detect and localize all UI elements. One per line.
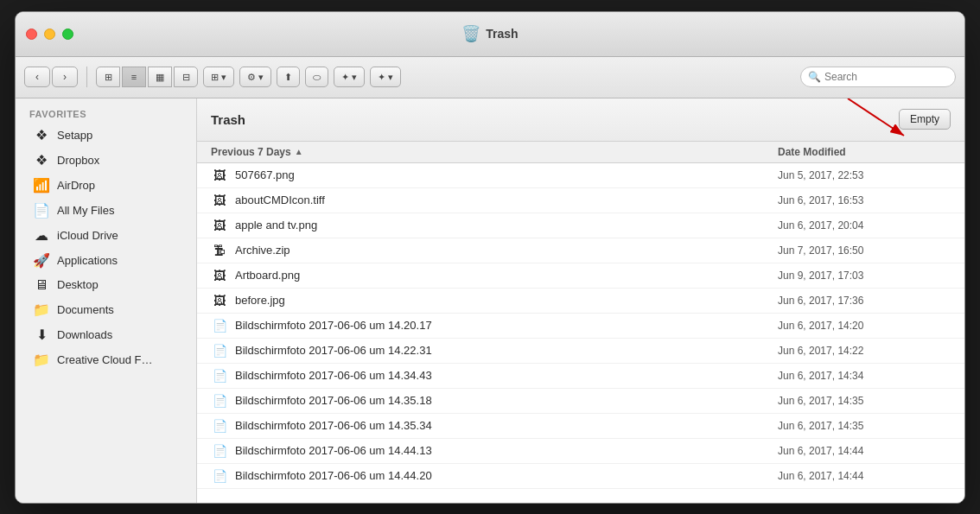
- action-arrow: ▾: [258, 72, 264, 83]
- forward-icon: ›: [63, 71, 67, 83]
- content-area: Favorites ❖ Setapp ❖ Dropbox 📶 AirDrop 📄…: [16, 98, 964, 503]
- table-row[interactable]: 🖼 Artboard.png Jun 9, 2017, 17:03: [197, 263, 964, 289]
- sidebar-item-label: AirDrop: [57, 179, 95, 192]
- file-name: Bildschirmfoto 2017-06-06 um 14.44.20: [235, 469, 778, 482]
- file-icon: 🖼: [211, 167, 228, 184]
- close-button[interactable]: [26, 29, 37, 40]
- sidebar: Favorites ❖ Setapp ❖ Dropbox 📶 AirDrop 📄…: [16, 98, 197, 503]
- file-icon: 📄: [211, 467, 228, 485]
- file-name: Bildschirmfoto 2017-06-06 um 14.35.34: [235, 419, 778, 432]
- table-row[interactable]: 📄 Bildschirmfoto 2017-06-06 um 14.20.17 …: [197, 314, 964, 339]
- file-icon: 📄: [211, 442, 228, 460]
- back-button[interactable]: ‹: [24, 67, 50, 87]
- sidebar-section-label: Favorites: [16, 109, 196, 123]
- window-title: Trash: [486, 27, 518, 41]
- sidebar-item-label: Desktop: [57, 278, 99, 291]
- file-icon: 📄: [211, 417, 228, 435]
- file-name: Bildschirmfoto 2017-06-06 um 14.20.17: [235, 319, 778, 332]
- file-name: Bildschirmfoto 2017-06-06 um 14.44.13: [235, 444, 778, 457]
- more-button[interactable]: ✦ ▾: [370, 67, 401, 87]
- icloud-icon: ☁: [33, 227, 50, 244]
- sidebar-item-icloud[interactable]: ☁ iCloud Drive: [19, 223, 193, 248]
- table-row[interactable]: 🖼 aboutCMDIcon.tiff Jun 6, 2017, 16:53: [197, 188, 964, 213]
- file-icon: 📄: [211, 367, 228, 384]
- table-row[interactable]: 🖼 apple and tv.png Jun 6, 2017, 20:04: [197, 213, 964, 238]
- dropbox-sidebar-icon: ❖: [33, 152, 50, 168]
- back-icon: ‹: [35, 71, 39, 83]
- coverflow-view-button[interactable]: ⊟: [174, 67, 198, 87]
- share-button[interactable]: ⬆: [277, 67, 300, 87]
- table-row[interactable]: 📄 Bildschirmfoto 2017-06-06 um 14.22.31 …: [197, 339, 964, 364]
- title-area: 🗑️ Trash: [461, 24, 518, 43]
- traffic-lights: [26, 29, 73, 40]
- forward-button[interactable]: ›: [52, 67, 78, 87]
- dropbox-button[interactable]: ✦ ▾: [334, 67, 365, 87]
- icon-view-icon: ⊞: [105, 72, 112, 83]
- sidebar-item-all-my-files[interactable]: 📄 All My Files: [19, 198, 193, 223]
- sidebar-item-documents[interactable]: 📁 Documents: [19, 297, 193, 322]
- table-row[interactable]: 📄 Bildschirmfoto 2017-06-06 um 14.35.34 …: [197, 414, 964, 439]
- sidebar-item-desktop[interactable]: 🖥 Desktop: [19, 273, 193, 297]
- file-date: Jun 6, 2017, 14:44: [778, 445, 951, 457]
- minimize-button[interactable]: [44, 29, 55, 40]
- tag-icon: ⬭: [313, 72, 321, 83]
- empty-button[interactable]: Empty: [899, 109, 951, 130]
- toolbar: ‹ › ⊞ ≡ ▦ ⊟ ⊞ ▾ ⚙ ▾: [16, 57, 964, 98]
- file-date: Jun 6, 2017, 16:53: [778, 194, 951, 206]
- nav-buttons: ‹ ›: [24, 67, 78, 87]
- icon-view-button[interactable]: ⊞: [96, 67, 120, 87]
- list-view-button[interactable]: ≡: [122, 67, 146, 87]
- name-column-header: Previous 7 Days ▲: [211, 146, 778, 158]
- file-date: Jun 9, 2017, 17:03: [778, 270, 951, 282]
- sidebar-item-label: Applications: [57, 254, 118, 267]
- table-row[interactable]: 🖼 before.jpg Jun 6, 2017, 17:36: [197, 289, 964, 314]
- table-row[interactable]: 📄 Bildschirmfoto 2017-06-06 um 14.44.13 …: [197, 439, 964, 464]
- sidebar-item-applications[interactable]: 🚀 Applications: [19, 248, 193, 273]
- maximize-button[interactable]: [62, 29, 73, 40]
- table-row[interactable]: 🖼 507667.png Jun 5, 2017, 22:53: [197, 163, 964, 188]
- sidebar-item-label: Setapp: [57, 129, 92, 142]
- table-row[interactable]: 🗜 Archive.zip Jun 7, 2017, 16:50: [197, 238, 964, 263]
- view-buttons: ⊞ ≡ ▦ ⊟: [96, 67, 198, 87]
- file-name: Archive.zip: [235, 244, 778, 257]
- file-date: Jun 6, 2017, 20:04: [778, 219, 951, 232]
- dropbox-arrow: ▾: [352, 72, 357, 83]
- search-bar[interactable]: 🔍: [800, 67, 956, 87]
- date-column-header: Date Modified: [778, 146, 951, 158]
- sort-arrow: ▲: [295, 147, 303, 156]
- gear-icon: ⚙: [247, 72, 256, 83]
- file-date: Jun 7, 2017, 16:50: [778, 244, 951, 257]
- airdrop-icon: 📶: [33, 177, 50, 194]
- sidebar-item-airdrop[interactable]: 📶 AirDrop: [19, 173, 193, 198]
- sidebar-item-label: iCloud Drive: [57, 229, 118, 242]
- toolbar-divider-1: [86, 67, 87, 87]
- file-icon: 🖼: [211, 267, 228, 284]
- search-input[interactable]: [824, 71, 948, 83]
- file-list-header: Previous 7 Days ▲ Date Modified: [197, 142, 964, 163]
- more-arrow: ▾: [388, 72, 393, 83]
- more-icon: ✦: [378, 72, 385, 83]
- sidebar-item-creative[interactable]: 📁 Creative Cloud F…: [19, 347, 193, 372]
- file-name: Artboard.png: [235, 269, 778, 282]
- file-icon: 🖼: [211, 292, 228, 309]
- sidebar-item-downloads[interactable]: ⬇ Downloads: [19, 322, 193, 347]
- sidebar-item-label: All My Files: [57, 204, 114, 217]
- creative-icon: 📁: [33, 352, 50, 368]
- action-button[interactable]: ⚙ ▾: [239, 67, 271, 87]
- sidebar-item-setapp[interactable]: ❖ Setapp: [19, 123, 193, 148]
- share-icon: ⬆: [284, 72, 292, 83]
- applications-icon: 🚀: [33, 252, 50, 269]
- sidebar-item-dropbox[interactable]: ❖ Dropbox: [19, 148, 193, 173]
- grid-view-button[interactable]: ⊞ ▾: [203, 67, 234, 87]
- titlebar: 🗑️ Trash: [16, 12, 964, 57]
- sidebar-item-label: Creative Cloud F…: [57, 353, 153, 366]
- table-row[interactable]: 📄 Bildschirmfoto 2017-06-06 um 14.35.18 …: [197, 389, 964, 414]
- file-name: 507667.png: [235, 168, 778, 181]
- desktop-icon: 🖥: [33, 277, 50, 293]
- table-row[interactable]: 📄 Bildschirmfoto 2017-06-06 um 14.44.20 …: [197, 464, 964, 489]
- table-row[interactable]: 📄 Bildschirmfoto 2017-06-06 um 14.34.43 …: [197, 364, 964, 389]
- file-name: aboutCMDIcon.tiff: [235, 194, 778, 206]
- column-view-button[interactable]: ▦: [148, 67, 172, 87]
- file-date: Jun 6, 2017, 14:35: [778, 395, 951, 407]
- tag-button[interactable]: ⬭: [305, 67, 328, 87]
